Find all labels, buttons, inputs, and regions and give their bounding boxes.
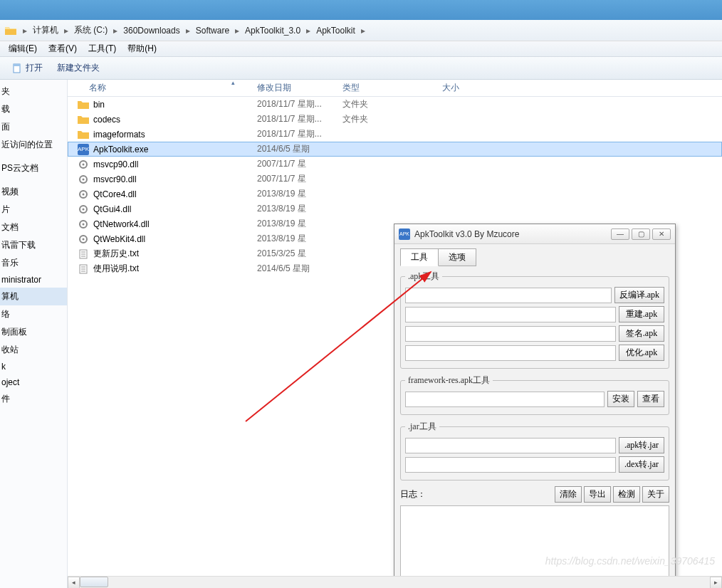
sign-path-input[interactable] (405, 326, 616, 342)
new-folder-label: 新建文件夹 (57, 62, 100, 74)
breadcrumb-item[interactable]: 计算机 (28, 24, 63, 36)
sidebar-item[interactable]: oject (0, 374, 67, 390)
sidebar-item[interactable]: 制面板 (0, 323, 67, 341)
breadcrumb-item[interactable]: 系统 (C:) (70, 24, 112, 36)
clear-log-button[interactable]: 清除 (555, 486, 582, 503)
sidebar-item[interactable]: k (0, 359, 67, 374)
sidebar-item[interactable]: 载 (0, 100, 67, 118)
sidebar-item[interactable]: 片 (0, 201, 67, 219)
sidebar-item[interactable] (0, 154, 67, 159)
sidebar-item[interactable]: ministrator (0, 272, 67, 288)
tab-tools[interactable]: 工具 (400, 248, 439, 266)
apk-path-input[interactable] (405, 288, 612, 303)
sidebar-item[interactable] (0, 177, 67, 183)
file-row[interactable]: msvcr90.dll2007/11/7 星 (68, 172, 722, 187)
scroll-track[interactable] (80, 577, 710, 589)
sidebar: 夹载面近访问的位置PS云文档视频片文档讯雷下载音乐ministrator算机络制… (0, 80, 68, 588)
sidebar-item[interactable]: 讯雷下载 (0, 236, 67, 254)
sidebar-item[interactable]: 面 (0, 118, 67, 136)
file-date: 2014/6/5 星期 (257, 143, 342, 155)
dll-icon (78, 189, 89, 200)
file-name: QtNetwork4.dll (93, 219, 257, 229)
dex2jar-button[interactable]: .dex转.jar (619, 456, 664, 473)
file-date: 2013/8/19 星 (257, 218, 342, 230)
detect-button[interactable]: 检测 (613, 486, 640, 503)
close-button[interactable]: ✕ (652, 229, 671, 240)
sidebar-item[interactable]: 算机 (0, 288, 67, 305)
scroll-thumb[interactable] (80, 577, 108, 587)
apk2jar-input[interactable] (405, 438, 616, 453)
new-folder-button[interactable]: 新建文件夹 (50, 60, 107, 76)
col-size[interactable]: 大小 (438, 82, 495, 94)
dialog-titlebar[interactable]: APK ApkToolkit v3.0 By Mzucore — ▢ ✕ (394, 224, 675, 244)
horizontal-scrollbar[interactable]: ◂ ▸ (68, 576, 722, 588)
sidebar-item[interactable]: 件 (0, 390, 67, 408)
svg-point-7 (83, 193, 85, 195)
export-log-button[interactable]: 导出 (584, 486, 611, 503)
file-date: 2018/11/7 星期... (257, 113, 342, 125)
file-row[interactable]: msvcp90.dll2007/11/7 星 (68, 157, 722, 172)
sign-button[interactable]: 签名.apk (619, 325, 664, 342)
open-icon (11, 63, 23, 74)
scroll-right-button[interactable]: ▸ (710, 577, 722, 589)
minimize-button[interactable]: — (611, 229, 629, 240)
file-pane: ▴ 名称 修改日期 类型 大小 bin2018/11/7 星期...文件夹cod… (68, 80, 722, 588)
file-row[interactable]: QtCore4.dll2013/8/19 星 (68, 187, 722, 201)
sidebar-item[interactable]: 音乐 (0, 254, 67, 272)
file-date: 2018/11/7 星期... (257, 98, 342, 110)
decompile-button[interactable]: 反编译.apk (614, 287, 664, 303)
apktoolkit-dialog: APK ApkToolkit v3.0 By Mzucore — ▢ ✕ 工具 … (394, 224, 676, 588)
file-name: QtWebKit4.dll (93, 234, 257, 244)
rebuild-button[interactable]: 重建.apk (619, 306, 664, 322)
framework-path-input[interactable] (405, 392, 605, 407)
maximize-button[interactable]: ▢ (632, 229, 650, 240)
sidebar-item[interactable]: 文档 (0, 219, 67, 236)
menu-edit[interactable]: 编辑(E) (3, 41, 43, 56)
svg-rect-1 (14, 64, 20, 66)
optimize-path-input[interactable] (405, 345, 616, 361)
file-date: 2013/8/19 星 (257, 203, 342, 215)
dex2jar-input[interactable] (405, 457, 616, 473)
sidebar-item[interactable]: PS云文档 (0, 159, 67, 177)
menu-help[interactable]: 帮助(H) (122, 41, 162, 56)
tab-options[interactable]: 选项 (438, 248, 476, 266)
col-date[interactable]: 修改日期 (253, 82, 338, 94)
view-button[interactable]: 查看 (637, 391, 664, 407)
breadcrumb-item[interactable]: 360Downloads (119, 26, 184, 36)
svg-point-3 (83, 163, 85, 165)
about-button[interactable]: 关于 (642, 486, 669, 503)
breadcrumb-item[interactable]: ApkToolkit (312, 26, 360, 36)
install-button[interactable]: 安装 (607, 391, 634, 407)
file-date: 2007/11/7 星 (257, 158, 342, 170)
breadcrumb-item[interactable]: Software (192, 26, 234, 36)
menu-tools[interactable]: 工具(T) (83, 41, 122, 56)
svg-point-5 (83, 178, 85, 180)
chevron-right-icon: ▸ (305, 26, 312, 36)
sidebar-item[interactable]: 视频 (0, 183, 67, 201)
file-row[interactable]: codecs2018/11/7 星期...文件夹 (68, 112, 722, 127)
sidebar-item[interactable]: 络 (0, 305, 67, 323)
dll-icon (78, 174, 89, 185)
file-row[interactable]: imageformats2018/11/7 星期... (68, 127, 722, 142)
scroll-left-button[interactable]: ◂ (68, 577, 80, 589)
file-name: imageformats (93, 130, 257, 140)
sidebar-item[interactable]: 近访问的位置 (0, 136, 67, 154)
col-type[interactable]: 类型 (338, 82, 438, 94)
col-name[interactable]: 名称 (68, 82, 253, 94)
file-row[interactable]: QtGui4.dll2013/8/19 星 (68, 201, 722, 216)
file-name: 使用说明.txt (93, 263, 257, 275)
file-row[interactable]: APKApkToolkit.exe2014/6/5 星期 (68, 142, 722, 157)
apk2jar-button[interactable]: .apk转.jar (619, 437, 664, 453)
menu-view[interactable]: 查看(V) (43, 41, 83, 56)
folder-icon (78, 129, 89, 140)
open-button[interactable]: 打开 (4, 60, 50, 76)
rebuild-path-input[interactable] (405, 307, 616, 322)
file-date: 2014/6/5 星期 (257, 263, 342, 275)
sidebar-item[interactable]: 收站 (0, 341, 67, 359)
optimize-button[interactable]: 优化.apk (619, 345, 664, 361)
file-row[interactable]: bin2018/11/7 星期...文件夹 (68, 97, 722, 112)
dll-icon (78, 233, 89, 245)
dialog-title: ApkToolkit v3.0 By Mzucore (414, 229, 609, 239)
breadcrumb-item[interactable]: ApkToolkit_3.0 (241, 26, 305, 36)
sidebar-item[interactable]: 夹 (0, 83, 67, 100)
